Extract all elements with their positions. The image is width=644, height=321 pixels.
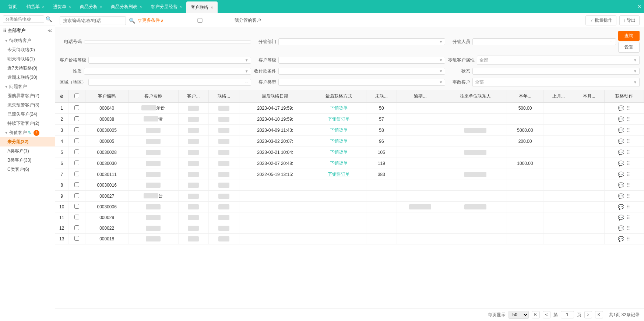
contact-icon[interactable]: 💬 xyxy=(618,138,624,144)
cell-last-method[interactable]: 下销售订单 xyxy=(311,114,366,125)
group-pending-contact[interactable]: ▼ 待联络客户 xyxy=(0,36,55,45)
row-checkbox[interactable] xyxy=(74,160,79,165)
cell-check[interactable] xyxy=(68,212,85,223)
contact-icon[interactable]: 💬 xyxy=(618,193,624,199)
cell-last-method[interactable] xyxy=(311,202,366,212)
sidebar-item-overdue-contact[interactable]: 逾期未联络(30) xyxy=(0,73,55,82)
contact-icon[interactable]: 💬 xyxy=(618,116,624,122)
more-icon[interactable]: ⠿ xyxy=(626,236,630,242)
col-code[interactable]: 客户编码 xyxy=(85,90,129,103)
my-customers-checkbox[interactable] xyxy=(167,18,233,23)
col-partner[interactable]: 往来单位联系人 xyxy=(444,90,507,103)
select-payment[interactable]: ▼ xyxy=(278,68,446,75)
cell-check[interactable] xyxy=(68,125,85,136)
contact-icon[interactable]: 💬 xyxy=(618,149,624,155)
tab-purchase-order[interactable]: 进货单 × xyxy=(49,0,75,13)
sidebar-search-icon[interactable]: 🔍 xyxy=(46,16,52,22)
more-icon[interactable]: ⠿ xyxy=(626,225,630,231)
select-dept[interactable]: ▼ xyxy=(278,38,446,45)
cell-last-method[interactable]: 下销货单 xyxy=(311,158,366,169)
cell-check[interactable] xyxy=(68,147,85,158)
cell-last-method[interactable]: 下销货单 xyxy=(311,103,366,114)
sidebar-item-today-contact[interactable]: 今天待联络(0) xyxy=(0,45,55,54)
more-icon[interactable]: ⠿ xyxy=(626,204,630,210)
row-checkbox[interactable] xyxy=(74,116,79,121)
col-checkbox[interactable] xyxy=(68,90,85,103)
reset-btn[interactable]: 设置 xyxy=(618,42,640,53)
col-last-date[interactable]: 最后联络日期 xyxy=(239,90,311,103)
row-checkbox[interactable] xyxy=(74,149,79,154)
more-icon[interactable]: ⠿ xyxy=(626,138,630,144)
col-this-month[interactable]: 本月... xyxy=(574,90,604,103)
contact-icon[interactable]: 💬 xyxy=(618,172,624,177)
tab-home[interactable]: 首页 xyxy=(3,0,22,13)
col-overdue[interactable]: 逾期... xyxy=(397,90,444,103)
cell-last-method[interactable] xyxy=(311,212,366,223)
cell-check[interactable] xyxy=(68,191,85,202)
more-icon[interactable]: ⠿ xyxy=(626,215,630,221)
cell-check[interactable] xyxy=(68,136,85,147)
close-tab-purchase[interactable]: × xyxy=(68,4,71,9)
contact-icon[interactable]: 💬 xyxy=(618,215,624,221)
sidebar-item-churned[interactable]: 已流失客户(24) xyxy=(0,110,55,119)
next-page-btn[interactable]: > xyxy=(584,311,592,318)
row-checkbox[interactable] xyxy=(74,138,79,143)
sidebar-item-class-c[interactable]: C类客户(6) xyxy=(0,165,55,174)
sidebar-search-input[interactable] xyxy=(3,15,44,23)
contact-icon[interactable]: 💬 xyxy=(618,127,624,133)
row-checkbox[interactable] xyxy=(74,215,79,219)
select-price-level[interactable]: ▼ xyxy=(88,57,251,64)
row-checkbox[interactable] xyxy=(74,127,79,132)
col-gear[interactable]: ⚙ xyxy=(55,90,68,103)
col-last-month[interactable]: 上月... xyxy=(543,90,574,103)
more-icon[interactable]: ⠿ xyxy=(626,116,630,122)
sidebar-item-tomorrow-contact[interactable]: 明天待联络(1) xyxy=(0,54,55,64)
tab-customer-contact[interactable]: 客户联络 × xyxy=(186,1,217,13)
cell-last-method[interactable]: 下销货单 xyxy=(311,125,366,136)
sidebar-item-class-a[interactable]: A类客户(1) xyxy=(0,147,55,156)
all-customers-header[interactable]: ⠿ 全部客户 ≪ xyxy=(0,25,55,36)
select-region[interactable]: ··· xyxy=(88,79,251,86)
cell-check[interactable] xyxy=(68,103,85,114)
export-btn[interactable]: ↑ 导出 xyxy=(619,15,640,25)
cell-last-method[interactable] xyxy=(311,223,366,234)
more-icon[interactable]: ⠿ xyxy=(626,127,630,133)
search-input[interactable] xyxy=(60,16,126,25)
cell-check[interactable] xyxy=(68,158,85,169)
col-contact[interactable]: 联络... xyxy=(209,90,239,103)
cell-check[interactable] xyxy=(68,114,85,125)
close-tab-product-list[interactable]: × xyxy=(140,4,142,9)
select-status[interactable]: ▼ xyxy=(472,68,640,75)
group-problem-customers[interactable]: ▼ 问题客户 xyxy=(0,82,55,91)
cell-check[interactable] xyxy=(68,180,85,191)
cell-last-method[interactable] xyxy=(311,191,366,202)
sidebar-item-class-b[interactable]: B类客户(33) xyxy=(0,156,55,165)
my-customers-label[interactable]: 我分管的客户 xyxy=(167,17,261,24)
close-tab-segment[interactable]: × xyxy=(180,4,182,9)
select-nature[interactable]: ▼ xyxy=(84,68,251,75)
cell-last-method[interactable]: 下销货单 xyxy=(311,136,366,147)
first-page-btn[interactable]: K xyxy=(532,311,540,318)
contact-icon[interactable]: 💬 xyxy=(618,160,624,166)
prev-page-btn[interactable]: < xyxy=(543,311,550,318)
more-icon[interactable]: ⠿ xyxy=(626,182,630,188)
contact-icon[interactable]: 💬 xyxy=(618,204,624,210)
row-checkbox[interactable] xyxy=(74,105,79,110)
select-customer-level[interactable]: ▼ xyxy=(278,57,446,64)
close-tab-product-analysis[interactable]: × xyxy=(100,4,102,9)
row-checkbox[interactable] xyxy=(74,182,79,187)
more-icon[interactable]: ⠿ xyxy=(626,149,630,155)
cell-check[interactable] xyxy=(68,202,85,212)
refresh-icon[interactable]: ↻ xyxy=(28,130,32,135)
more-icon[interactable]: ⠿ xyxy=(626,172,630,177)
cell-last-method[interactable] xyxy=(311,180,366,191)
row-checkbox[interactable] xyxy=(74,225,79,230)
sidebar-item-abnormal[interactable]: 囤购异常客户(2) xyxy=(0,91,55,100)
group-value-customers[interactable]: ▼ 价值客户 ↻ ! xyxy=(0,128,55,137)
batch-op-btn[interactable]: ☑ 批量操作 xyxy=(585,15,616,25)
col-customer-type[interactable]: 客户... xyxy=(178,90,209,103)
row-checkbox[interactable] xyxy=(74,193,79,198)
close-all-btn[interactable]: × xyxy=(638,3,641,10)
more-icon[interactable]: ⠿ xyxy=(626,105,630,111)
select-all-checkbox[interactable] xyxy=(74,94,79,98)
